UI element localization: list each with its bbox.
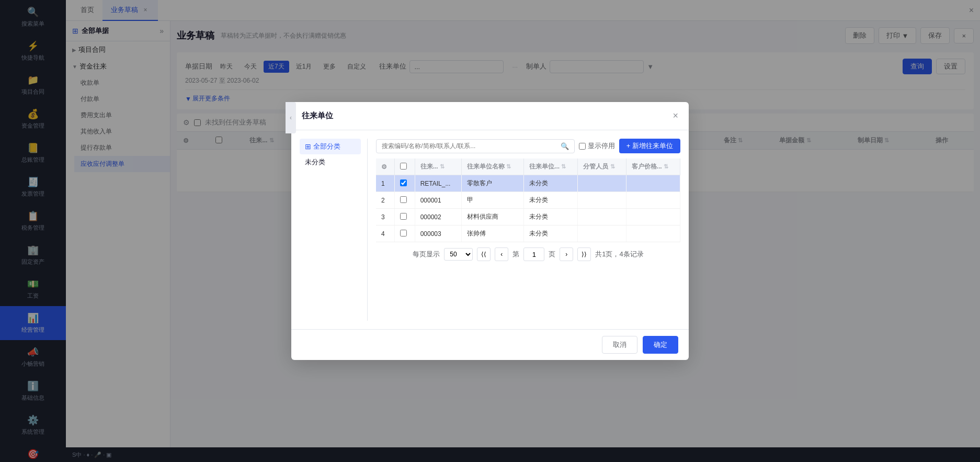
dth-settings: ⚙ [376, 159, 395, 175]
per-page-select[interactable]: 50 100 [444, 248, 473, 261]
partner-dialog: 往来单位 × ⊞ 全部分类 未分类 ‹ [291, 102, 689, 360]
td-no-3: 3 [376, 209, 395, 226]
dth-name: 往来单位名称 ⇅ [461, 159, 523, 175]
td-mgr-4 [578, 226, 626, 242]
td-cat-2: 未分类 [524, 192, 578, 209]
table-row[interactable]: 4 000003 张帅傅 未分类 [376, 226, 680, 242]
td-cat-4: 未分类 [524, 226, 578, 242]
page-label: 第 [512, 250, 519, 259]
dialog-sidebar-collapse[interactable]: ‹ [291, 102, 296, 133]
td-name-4: 张帅傅 [461, 226, 523, 242]
td-code-1: RETAIL_... [415, 175, 461, 192]
td-price-1 [626, 175, 680, 192]
td-name-3: 材料供应商 [461, 209, 523, 226]
page-next-btn[interactable]: › [560, 247, 573, 261]
dialog-sidebar-unclassified[interactable]: 未分类 [300, 154, 361, 170]
td-cb-4 [395, 226, 415, 242]
dialog-toolbar: 🔍 显示停用 + 新增往来单位 [376, 139, 680, 153]
td-mgr-1 [578, 175, 626, 192]
td-name-1: 零散客户 [461, 175, 523, 192]
table-row[interactable]: 2 000001 甲 未分类 [376, 192, 680, 209]
td-cat-3: 未分类 [524, 209, 578, 226]
dialog-header: 往来单位 × [291, 102, 689, 130]
td-no-4: 4 [376, 226, 395, 242]
dth-manager: 分管人员 ⇅ [578, 159, 626, 175]
per-page-label: 每页显示 [413, 250, 440, 259]
td-price-3 [626, 209, 680, 226]
dth-category: 往来单位... ⇅ [524, 159, 578, 175]
table-row[interactable]: 1 RETAIL_... 零散客户 未分类 [376, 175, 680, 192]
page-last-btn[interactable]: ⟩⟩ [577, 247, 591, 261]
td-mgr-2 [578, 192, 626, 209]
cancel-btn[interactable]: 取消 [602, 336, 637, 354]
td-cb-3 [395, 209, 415, 226]
td-price-4 [626, 226, 680, 242]
dth-checkbox [395, 159, 415, 175]
dialog-main: 🔍 显示停用 + 新增往来单位 ⚙ [368, 139, 680, 321]
dth-code: 往来... ⇅ [415, 159, 461, 175]
td-cat-1: 未分类 [524, 175, 578, 192]
dialog-search-icon: 🔍 [561, 142, 569, 150]
td-code-4: 000003 [415, 226, 461, 242]
dialog-sidebar-all[interactable]: ⊞ 全部分类 [300, 139, 361, 154]
page-first-btn[interactable]: ⟨⟨ [477, 247, 491, 261]
td-mgr-3 [578, 209, 626, 226]
row-2-checkbox[interactable] [400, 196, 407, 203]
dialog-pagination: 每页显示 50 100 ⟨⟨ ‹ 第 页 › ⟩⟩ 共1页，4条记录 [376, 242, 680, 263]
td-name-2: 甲 [461, 192, 523, 209]
dialog-table: ⚙ 往来... ⇅ 往来单位名称 ⇅ 往来单位... ⇅ 分管人员 ⇅ 客户价格… [376, 159, 680, 242]
td-cb-2 [395, 192, 415, 209]
dialog-title: 往来单位 [302, 111, 333, 121]
table-row[interactable]: 3 000002 材料供应商 未分类 [376, 209, 680, 226]
td-price-2 [626, 192, 680, 209]
td-code-2: 000001 [415, 192, 461, 209]
row-1-checkbox[interactable] [400, 179, 407, 186]
row-4-checkbox[interactable] [400, 230, 407, 236]
page-prev-btn[interactable]: ‹ [495, 247, 508, 261]
collapse-arrow-icon: ‹ [291, 114, 292, 121]
dialog-close-btn[interactable]: × [673, 110, 678, 121]
dialog-overlay: 往来单位 × ⊞ 全部分类 未分类 ‹ [0, 0, 980, 462]
dialog-search-box[interactable]: 🔍 [376, 139, 575, 153]
dth-price: 客户价格... ⇅ [626, 159, 680, 175]
dialog-footer: 取消 确定 [291, 329, 689, 360]
page-suffix: 页 [549, 250, 555, 259]
dialog-search-input[interactable] [382, 142, 559, 150]
dialog-body: ⊞ 全部分类 未分类 ‹ 🔍 [291, 130, 689, 329]
td-no-2: 2 [376, 192, 395, 209]
dialog-table-header: ⚙ 往来... ⇅ 往来单位名称 ⇅ 往来单位... ⇅ 分管人员 ⇅ 客户价格… [376, 159, 680, 175]
dialog-sidebar: ⊞ 全部分类 未分类 ‹ [300, 139, 368, 321]
dth-select-all[interactable] [400, 163, 407, 170]
page-input[interactable] [523, 247, 544, 261]
td-code-3: 000002 [415, 209, 461, 226]
new-partner-btn[interactable]: + 新增往来单位 [619, 139, 680, 153]
td-cb-1 [395, 175, 415, 192]
show-disabled-checkbox[interactable] [579, 143, 586, 150]
dialog-table-scroll: ⚙ 往来... ⇅ 往来单位名称 ⇅ 往来单位... ⇅ 分管人员 ⇅ 客户价格… [376, 159, 680, 242]
row-3-checkbox[interactable] [400, 213, 407, 220]
td-no-1: 1 [376, 175, 395, 192]
confirm-btn[interactable]: 确定 [643, 336, 678, 354]
page-total: 共1页，4条记录 [595, 250, 643, 259]
show-disabled-label: 显示停用 [579, 141, 615, 151]
